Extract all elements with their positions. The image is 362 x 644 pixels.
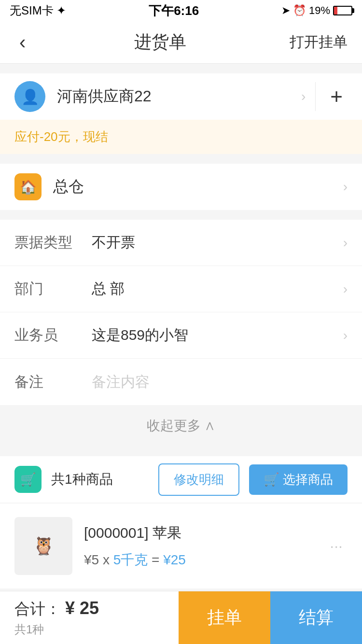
department-value: 总 部	[92, 279, 338, 299]
supplier-name: 河南供应商22	[57, 86, 301, 107]
total-section: 合计： ¥ 25 共1种	[0, 591, 179, 644]
status-bar: 无SIM卡 ✦ 下午6:16 ➤ ⏰ 19%	[0, 0, 362, 21]
page-title: 进货单	[134, 30, 186, 54]
salesman-label: 业务员	[14, 325, 82, 345]
department-chevron-icon: ›	[343, 281, 348, 297]
alarm-icon: ⏰	[293, 4, 306, 17]
select-products-icon: 🛒	[264, 472, 279, 487]
product-menu-button[interactable]: ···	[325, 532, 348, 560]
warehouse-chevron-icon: ›	[343, 179, 348, 195]
add-supplier-button[interactable]: +	[325, 84, 348, 109]
person-icon: 👤	[21, 88, 39, 105]
department-label: 部门	[14, 279, 82, 299]
invoice-type-row[interactable]: 票据类型 不开票 ›	[0, 220, 362, 266]
nav-bar: ‹ 进货单 打开挂单	[0, 21, 362, 64]
invoice-value: 不开票	[92, 233, 338, 252]
product-times: x	[103, 552, 113, 567]
total-main: 合计： ¥ 25	[14, 598, 164, 620]
salesman-value: 这是859的小智	[92, 325, 338, 345]
invoice-label: 票据类型	[14, 233, 82, 252]
carrier-text: 无SIM卡 ✦	[10, 3, 66, 18]
status-carrier: 无SIM卡 ✦	[10, 3, 66, 18]
salesman-chevron-icon: ›	[343, 328, 348, 343]
product-info: [0000001] 苹果 ¥5 x 5千克 = ¥25	[84, 523, 313, 569]
product-qty: 5千克	[113, 552, 148, 567]
battery-text: 19%	[309, 4, 330, 17]
product-item: 🦉 [0000001] 苹果 ¥5 x 5千克 = ¥25 ···	[0, 504, 362, 588]
product-thumbnail: 🦉	[14, 517, 72, 575]
total-sub: 共1种	[14, 622, 164, 637]
status-time: 下午6:16	[149, 2, 199, 19]
supplier-section[interactable]: 👤 河南供应商22 › +	[0, 73, 362, 120]
select-products-button[interactable]: 🛒 选择商品	[249, 464, 348, 495]
product-price: ¥5 x 5千克 = ¥25	[84, 551, 313, 569]
supplier-avatar: 👤	[14, 81, 45, 112]
status-right: ➤ ⏰ 19%	[281, 4, 352, 17]
edit-detail-button[interactable]: 修改明细	[158, 463, 239, 496]
home-icon: 🏠	[20, 179, 37, 195]
separator-1	[0, 64, 362, 73]
remark-label: 备注	[14, 372, 82, 392]
checkout-button[interactable]: 结算	[270, 591, 362, 644]
products-count: 共1种商品	[51, 470, 149, 489]
owl-icon: 🦉	[33, 537, 55, 555]
warehouse-icon: 🏠	[14, 173, 42, 200]
remark-placeholder: 备注内容	[92, 372, 348, 392]
notice-bar: 应付-20元，现结	[0, 120, 362, 154]
collapse-button[interactable]: 收起更多 ∧	[0, 405, 362, 447]
product-unit-price: ¥5	[84, 552, 99, 567]
product-name: [0000001] 苹果	[84, 523, 313, 543]
open-pending-button[interactable]: 打开挂单	[290, 32, 348, 52]
salesman-row[interactable]: 业务员 这是859的小智 ›	[0, 312, 362, 359]
invoice-chevron-icon: ›	[343, 235, 348, 251]
product-total: ¥25	[163, 552, 186, 567]
remark-row[interactable]: 备注 备注内容	[0, 359, 362, 405]
total-amount: ¥ 25	[65, 598, 99, 618]
pending-button[interactable]: 挂单	[179, 591, 270, 644]
location-icon: ➤	[281, 4, 290, 17]
bottom-bar: 合计： ¥ 25 共1种 挂单 结算	[0, 591, 362, 644]
department-row[interactable]: 部门 总 部 ›	[0, 266, 362, 312]
battery-icon	[333, 6, 352, 15]
total-label: 合计：	[14, 600, 61, 617]
select-products-label: 选择商品	[283, 471, 333, 488]
products-header: 🛒 共1种商品 修改明细 🛒 选择商品	[0, 456, 362, 503]
products-icon: 🛒	[14, 466, 42, 493]
warehouse-name: 总仓	[53, 176, 343, 197]
divider	[315, 82, 316, 111]
back-button[interactable]: ‹	[14, 27, 30, 58]
product-equals: =	[152, 552, 163, 567]
form-section: 票据类型 不开票 › 部门 总 部 › 业务员 这是859的小智 › 备注 备注…	[0, 220, 362, 405]
warehouse-section[interactable]: 🏠 总仓 ›	[0, 164, 362, 210]
supplier-chevron-icon: ›	[301, 89, 306, 104]
cart-icon: 🛒	[20, 472, 36, 487]
